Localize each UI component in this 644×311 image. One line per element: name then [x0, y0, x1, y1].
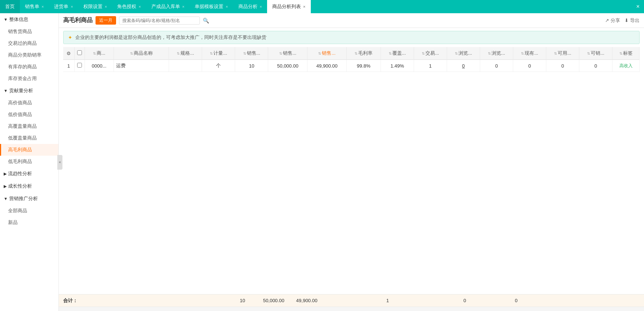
sidebar-item-high-coverage-label: 高覆盖量商品 — [8, 123, 37, 129]
nav-item-home[interactable]: 首页 — [0, 0, 20, 13]
nav-label-sales: 销售单 — [25, 3, 39, 10]
arrow-trend: ▶ — [4, 171, 7, 176]
sidebar-item-high-margin[interactable]: 高毛利商品 — [0, 144, 58, 156]
sidebar-group-overall-label: 整体信息 — [9, 16, 28, 23]
filter-button[interactable]: 近一月 — [96, 16, 116, 25]
sidebar-group-overall[interactable]: ▼ 整体信息 — [0, 13, 58, 26]
info-banner-text: 企业的主要的利润都是这部分商品创造的，可考虑加大推广，同时关注库存是不要出现缺货 — [75, 34, 266, 41]
cell-stock-available: 0 — [546, 60, 579, 72]
col-sales-qty[interactable]: ⇅销售... — [235, 47, 268, 60]
table-row: 1 0000... 运费 个 10 50,000.00 49,900.00 99… — [63, 60, 640, 72]
cell-checkbox[interactable] — [74, 60, 84, 72]
close-role-icon[interactable]: × — [138, 4, 141, 9]
col-unit[interactable]: ⇅计量... — [202, 47, 235, 60]
close-analysis-list-icon[interactable]: × — [303, 4, 305, 9]
col-settings[interactable]: ⚙ — [63, 47, 74, 60]
cell-sales-amount: 50,000.00 — [268, 60, 307, 72]
sidebar-item-low-coverage[interactable]: 低覆盖量商品 — [0, 132, 58, 144]
sidebar-item-stock-capital-label: 库存资金占用 — [8, 76, 37, 81]
col-sales-cost[interactable]: ⇅销售... — [307, 47, 347, 60]
sidebar-item-low-margin-label: 低毛利商品 — [8, 159, 32, 164]
nav-item-analysis[interactable]: 商品分析 × — [233, 0, 267, 13]
col-sales-amount[interactable]: ⇅销售... — [268, 47, 307, 60]
col-stock-available[interactable]: ⇅可用... — [546, 47, 579, 60]
col-browse2[interactable]: ⇅浏览... — [480, 47, 513, 60]
sidebar-item-stocked-goods[interactable]: 有库存的商品 — [0, 61, 58, 73]
sidebar-group-marketing-label: 营销推广分析 — [9, 195, 38, 202]
col-stock-sellable[interactable]: ⇅可销... — [579, 47, 612, 60]
nav-item-inventory[interactable]: 产成品入库单 × — [146, 0, 190, 13]
sidebar-item-low-margin[interactable]: 低毛利商品 — [0, 156, 58, 167]
share-button[interactable]: ↗ 分享 — [605, 17, 620, 24]
sidebar-item-high-margin-label: 高毛利商品 — [8, 147, 32, 152]
close-purchase-icon[interactable]: × — [71, 4, 73, 9]
footer-label: 合计： — [63, 297, 93, 304]
sidebar-item-all-goods[interactable]: 全部商品 — [0, 205, 58, 217]
sidebar-group-marketing[interactable]: ▼ 营销推广分析 — [0, 192, 58, 205]
close-permission-icon[interactable]: × — [105, 4, 107, 9]
nav-item-purchase[interactable]: 进货单 × — [49, 0, 78, 13]
col-spec[interactable]: ⇅规格... — [169, 47, 202, 60]
col-stock-current[interactable]: ⇅现有... — [513, 47, 546, 60]
close-inventory-icon[interactable]: × — [182, 4, 184, 9]
sidebar-item-new-goods[interactable]: 新品 — [0, 217, 58, 228]
nav-label-template: 单据模板设置 — [195, 3, 223, 10]
close-template-icon[interactable]: × — [226, 4, 228, 9]
nav-label-analysis: 商品分析 — [238, 3, 258, 10]
footer-bar: 合计： 10 50,000.00 49,900.00 1 0 0 — [59, 294, 644, 307]
sidebar-group-growth-label: 成长性分析 — [8, 183, 32, 189]
cell-browse1[interactable]: 0 — [447, 60, 480, 72]
col-browse1[interactable]: ⇅浏览... — [447, 47, 480, 60]
sidebar-item-category-rate-label: 商品分类助销率 — [8, 52, 42, 58]
close-all-button[interactable]: × — [632, 0, 644, 13]
sidebar-item-stock-capital[interactable]: 库存资金占用 — [0, 73, 58, 84]
sidebar-item-new-goods-label: 新品 — [8, 220, 18, 225]
sidebar-group-growth[interactable]: ▶ 成长性分析 — [0, 180, 58, 192]
footer-transaction: 1 — [375, 298, 400, 303]
nav-item-template[interactable]: 单据模板设置 × — [190, 0, 233, 13]
sidebar-group-trend[interactable]: ▶ 流趋性分析 — [0, 167, 58, 180]
col-gross-margin[interactable]: ⇅毛利率 — [346, 47, 381, 60]
info-icon: ✦ — [68, 35, 72, 40]
cell-index: 1 — [63, 60, 74, 72]
nav-item-permission[interactable]: 权限设置 × — [78, 0, 112, 13]
scrollbar-area[interactable] — [59, 307, 644, 311]
data-table: ⚙ ⇅商... ⇅商品名称 ⇅规格... ⇅计量... ⇅销售... ⇅销售..… — [63, 47, 640, 72]
sidebar-item-sales-goods-label: 销售货商品 — [8, 29, 32, 34]
col-transaction[interactable]: ⇅交易... — [414, 47, 447, 60]
nav-item-analysis-list[interactable]: 商品分析列表 × — [267, 0, 310, 13]
nav-label-home: 首页 — [5, 3, 15, 10]
cell-code: 0000... — [84, 60, 114, 72]
search-input[interactable] — [119, 17, 200, 25]
arrow-marketing: ▼ — [4, 196, 8, 201]
cell-stock-current: 0 — [513, 60, 546, 72]
sidebar-group-contribution-label: 贡献量分析 — [9, 87, 33, 94]
nav-item-role[interactable]: 角色授权 × — [112, 0, 146, 13]
search-button[interactable]: 🔍 — [203, 18, 209, 23]
content-area: 高毛利商品 近一月 🔍 ↗ 分享 ⬇ 导出 ✦ 企业的主要的利润都是这部分商品创… — [59, 13, 644, 311]
sidebar-item-category-rate[interactable]: 商品分类助销率 — [0, 49, 58, 61]
arrow-growth: ▶ — [4, 184, 7, 189]
sidebar-item-low-value[interactable]: 低价值商品 — [0, 109, 58, 120]
row-checkbox[interactable] — [77, 63, 82, 68]
nav-item-sales[interactable]: 销售单 × — [20, 0, 49, 13]
sidebar-item-traded-goods[interactable]: 交易过的商品 — [0, 37, 58, 49]
sidebar-item-high-coverage[interactable]: 高覆盖量商品 — [0, 120, 58, 132]
sidebar-group-contribution[interactable]: ▼ 贡献量分析 — [0, 84, 58, 97]
export-button[interactable]: ⬇ 导出 — [625, 17, 640, 24]
sidebar-item-low-coverage-label: 低覆盖量商品 — [8, 135, 37, 141]
content-header: 高毛利商品 近一月 🔍 ↗ 分享 ⬇ 导出 — [59, 13, 644, 28]
col-name[interactable]: ⇅商品名称 — [114, 47, 169, 60]
col-code[interactable]: ⇅商... — [84, 47, 114, 60]
sidebar-item-sales-goods[interactable]: 销售货商品 — [0, 26, 58, 37]
sidebar-item-high-value[interactable]: 高价值商品 — [0, 97, 58, 109]
footer-stock-sellable: 0 — [503, 298, 529, 303]
cell-unit: 个 — [202, 60, 235, 72]
col-coverage[interactable]: ⇅覆盖... — [381, 47, 414, 60]
close-analysis-icon[interactable]: × — [260, 4, 262, 9]
col-tag[interactable]: ⇅标签 — [612, 47, 640, 60]
close-sales-icon[interactable]: × — [42, 4, 44, 9]
col-checkbox[interactable] — [74, 47, 84, 60]
sidebar-toggle-button[interactable]: « — [57, 155, 62, 170]
select-all-checkbox[interactable] — [77, 50, 82, 55]
